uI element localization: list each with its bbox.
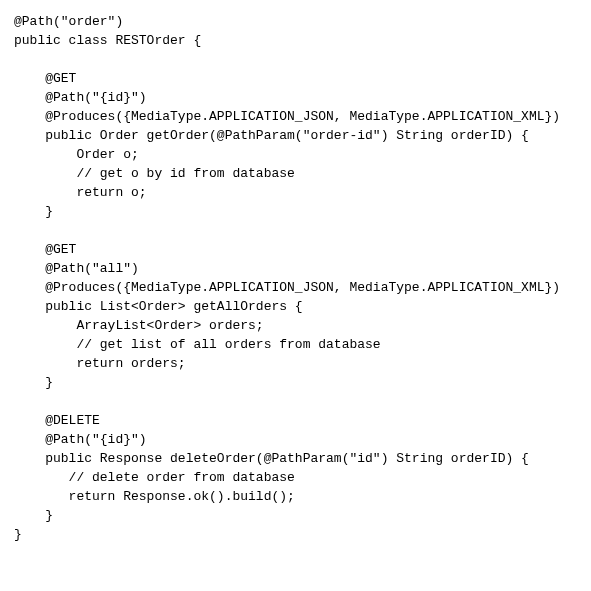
code-listing: @Path("order") public class RESTOrder { …	[0, 0, 591, 556]
